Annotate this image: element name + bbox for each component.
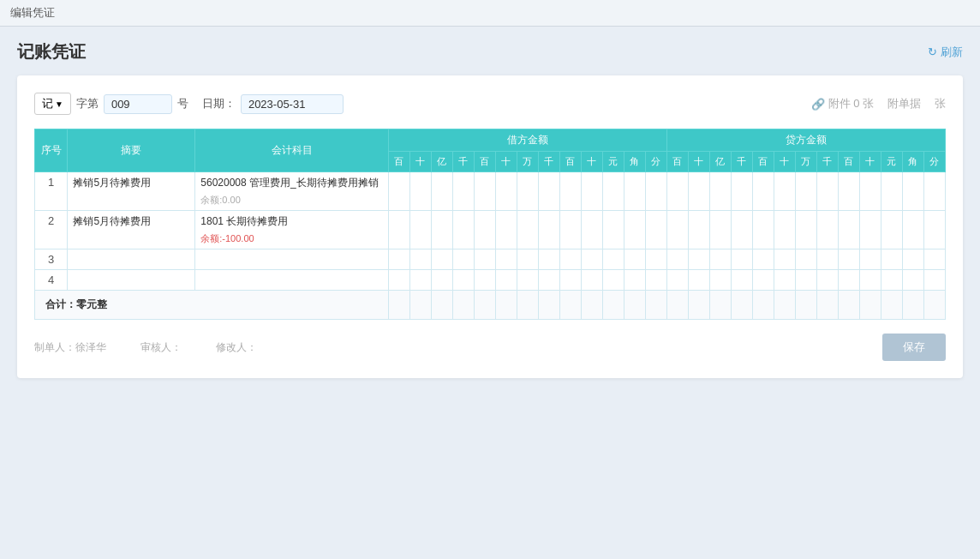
row-3-credit-2[interactable] bbox=[709, 270, 731, 291]
row-2-credit-4[interactable] bbox=[752, 249, 774, 270]
voucher-number-input[interactable] bbox=[104, 94, 172, 114]
row-0-credit-6[interactable] bbox=[795, 172, 816, 211]
row-2-credit-10[interactable] bbox=[881, 249, 902, 270]
row-1-debit-5[interactable] bbox=[495, 211, 517, 249]
row-3-credit-7[interactable] bbox=[816, 270, 838, 291]
row-3-credit-6[interactable] bbox=[795, 270, 816, 291]
row-0-debit-8[interactable] bbox=[559, 172, 581, 211]
table-row[interactable]: 3 bbox=[35, 249, 946, 270]
row-1-debit-6[interactable] bbox=[517, 211, 538, 249]
row-3-debit-5[interactable] bbox=[495, 270, 517, 291]
row-2-credit-6[interactable] bbox=[795, 249, 816, 270]
row-2-debit-0[interactable] bbox=[388, 249, 409, 270]
row-1-credit-9[interactable] bbox=[859, 211, 881, 249]
row-0-debit-5[interactable] bbox=[495, 172, 517, 211]
row-3-debit-10[interactable] bbox=[602, 270, 624, 291]
row-0-credit-4[interactable] bbox=[752, 172, 774, 211]
row-2-credit-12[interactable] bbox=[923, 249, 945, 270]
row-3-credit-4[interactable] bbox=[752, 270, 774, 291]
row-2-debit-1[interactable] bbox=[409, 249, 431, 270]
row-2-debit-3[interactable] bbox=[452, 249, 474, 270]
row-3-credit-1[interactable] bbox=[688, 270, 709, 291]
row-2-credit-0[interactable] bbox=[666, 249, 688, 270]
row-1-credit-7[interactable] bbox=[816, 211, 838, 249]
row-0-debit-12[interactable] bbox=[645, 172, 666, 211]
row-1-credit-10[interactable] bbox=[881, 211, 902, 249]
row-3-debit-12[interactable] bbox=[645, 270, 666, 291]
row-2-debit-7[interactable] bbox=[538, 249, 559, 270]
date-input[interactable] bbox=[241, 94, 344, 114]
row-2-account[interactable] bbox=[195, 249, 389, 270]
row-2-debit-4[interactable] bbox=[474, 249, 495, 270]
row-3-debit-2[interactable] bbox=[431, 270, 452, 291]
row-1-debit-10[interactable] bbox=[602, 211, 624, 249]
row-3-debit-0[interactable] bbox=[388, 270, 409, 291]
row-1-credit-3[interactable] bbox=[731, 211, 752, 249]
row-0-debit-9[interactable] bbox=[581, 172, 602, 211]
row-2-summary[interactable] bbox=[68, 249, 195, 270]
row-3-credit-12[interactable] bbox=[923, 270, 945, 291]
row-2-credit-3[interactable] bbox=[731, 249, 752, 270]
row-3-credit-0[interactable] bbox=[666, 270, 688, 291]
row-1-debit-0[interactable] bbox=[388, 211, 409, 249]
row-3-debit-11[interactable] bbox=[624, 270, 645, 291]
row-2-credit-8[interactable] bbox=[838, 249, 859, 270]
row-3-debit-1[interactable] bbox=[409, 270, 431, 291]
row-0-credit-3[interactable] bbox=[731, 172, 752, 211]
row-3-debit-8[interactable] bbox=[559, 270, 581, 291]
row-1-credit-8[interactable] bbox=[838, 211, 859, 249]
row-0-credit-7[interactable] bbox=[816, 172, 838, 211]
row-0-account[interactable]: 56020008 管理费用_长期待摊费用摊销余额:0.00 bbox=[195, 172, 389, 211]
row-3-summary[interactable] bbox=[68, 270, 195, 291]
table-row[interactable]: 4 bbox=[35, 270, 946, 291]
row-1-account[interactable]: 1801 长期待摊费用余额:-100.00 bbox=[195, 211, 389, 249]
row-1-debit-4[interactable] bbox=[474, 211, 495, 249]
row-3-credit-3[interactable] bbox=[731, 270, 752, 291]
row-1-debit-12[interactable] bbox=[645, 211, 666, 249]
row-0-debit-4[interactable] bbox=[474, 172, 495, 211]
row-2-debit-12[interactable] bbox=[645, 249, 666, 270]
row-2-debit-8[interactable] bbox=[559, 249, 581, 270]
row-0-credit-11[interactable] bbox=[902, 172, 923, 211]
row-0-debit-3[interactable] bbox=[452, 172, 474, 211]
row-1-summary[interactable]: 摊销5月待摊费用 bbox=[68, 211, 195, 249]
type-dropdown[interactable]: 记 ▼ bbox=[34, 93, 71, 115]
row-3-debit-3[interactable] bbox=[452, 270, 474, 291]
row-1-credit-1[interactable] bbox=[688, 211, 709, 249]
table-row[interactable]: 2摊销5月待摊费用1801 长期待摊费用余额:-100.00 bbox=[35, 211, 946, 249]
row-0-summary[interactable]: 摊销5月待摊费用 bbox=[68, 172, 195, 211]
row-2-debit-5[interactable] bbox=[495, 249, 517, 270]
row-1-credit-5[interactable] bbox=[774, 211, 795, 249]
row-2-credit-2[interactable] bbox=[709, 249, 731, 270]
row-3-debit-6[interactable] bbox=[517, 270, 538, 291]
row-1-debit-7[interactable] bbox=[538, 211, 559, 249]
row-1-debit-1[interactable] bbox=[409, 211, 431, 249]
row-2-credit-5[interactable] bbox=[774, 249, 795, 270]
row-3-credit-8[interactable] bbox=[838, 270, 859, 291]
row-0-debit-2[interactable] bbox=[431, 172, 452, 211]
row-1-debit-9[interactable] bbox=[581, 211, 602, 249]
row-1-credit-11[interactable] bbox=[902, 211, 923, 249]
row-0-debit-0[interactable] bbox=[388, 172, 409, 211]
row-0-debit-11[interactable] bbox=[624, 172, 645, 211]
row-1-credit-0[interactable] bbox=[666, 211, 688, 249]
row-0-credit-2[interactable] bbox=[709, 172, 731, 211]
row-2-credit-11[interactable] bbox=[902, 249, 923, 270]
row-2-credit-9[interactable] bbox=[859, 249, 881, 270]
refresh-button[interactable]: ↻ 刷新 bbox=[928, 45, 963, 60]
row-1-debit-2[interactable] bbox=[431, 211, 452, 249]
row-0-credit-9[interactable] bbox=[859, 172, 881, 211]
row-1-credit-6[interactable] bbox=[795, 211, 816, 249]
row-1-debit-11[interactable] bbox=[624, 211, 645, 249]
row-2-credit-1[interactable] bbox=[688, 249, 709, 270]
row-3-credit-11[interactable] bbox=[902, 270, 923, 291]
row-3-debit-9[interactable] bbox=[581, 270, 602, 291]
row-1-credit-2[interactable] bbox=[709, 211, 731, 249]
row-0-credit-10[interactable] bbox=[881, 172, 902, 211]
row-3-account[interactable] bbox=[195, 270, 389, 291]
row-0-debit-7[interactable] bbox=[538, 172, 559, 211]
row-0-debit-10[interactable] bbox=[602, 172, 624, 211]
row-0-debit-1[interactable] bbox=[409, 172, 431, 211]
row-2-debit-6[interactable] bbox=[517, 249, 538, 270]
row-1-credit-12[interactable] bbox=[923, 211, 945, 249]
